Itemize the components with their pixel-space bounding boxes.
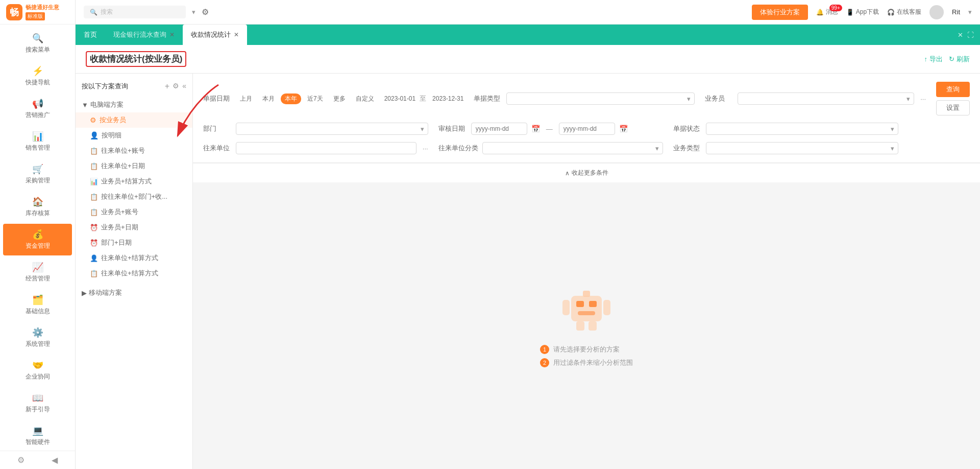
- sidebar-item-sales[interactable]: 📊 销售管理: [3, 126, 72, 157]
- panel-header: 按以下方案查询 + ⚙ «: [76, 78, 192, 95]
- panel-item-partner-account[interactable]: 📋 往来单位+账号: [76, 143, 192, 158]
- sidebar-item-system[interactable]: ⚙️ 系统管理: [3, 322, 72, 354]
- sidebar-settings-icon[interactable]: ⚙: [17, 455, 24, 465]
- panel-item-salesman-date[interactable]: ⏰ 业务员+日期: [76, 220, 192, 235]
- dept-filter: 部门 ▾: [203, 123, 428, 135]
- sidebar-item-purchase[interactable]: 🛒 采购管理: [3, 158, 72, 190]
- panel-item-by-salesman[interactable]: ⚙ 按业务员: [76, 112, 192, 128]
- sidebar-item-inventory[interactable]: 🏠 库存核算: [3, 191, 72, 223]
- svg-rect-7: [576, 321, 584, 331]
- partner-select[interactable]: [236, 142, 416, 154]
- panel-item-partner-date[interactable]: 📋 往来单位+日期: [76, 158, 192, 174]
- salesman-label: 业务员: [705, 94, 733, 103]
- step-2-num: 2: [540, 358, 549, 367]
- export-button[interactable]: ↑ 导出: [924, 55, 943, 64]
- sidebar-item-guide[interactable]: 📖 新手引导: [3, 387, 72, 419]
- sidebar-item-master[interactable]: 🗂️ 基础信息: [3, 289, 72, 321]
- step-1-text: 请先选择要分析的方案: [553, 345, 620, 354]
- review-date-calendar1-icon[interactable]: 📅: [531, 125, 540, 133]
- panel-item-by-detail[interactable]: 👤 按明细: [76, 128, 192, 143]
- detail-item-icon: 👤: [90, 131, 99, 139]
- salesman-date-icon: ⏰: [90, 224, 98, 231]
- desktop-section: ▼ 电脑端方案 ⚙ 按业务员 👤 按明细 📋: [76, 95, 192, 283]
- sidebar-item-operations[interactable]: 📈 经营管理: [3, 256, 72, 288]
- date-tab-this-year[interactable]: 本年: [281, 93, 301, 104]
- tab-maximize-icon[interactable]: ⛶: [967, 31, 974, 39]
- panel-collapse-icon[interactable]: «: [182, 82, 186, 91]
- review-date-from[interactable]: [471, 123, 527, 135]
- inventory-icon: 🏠: [32, 196, 43, 207]
- date-tab-custom[interactable]: 自定义: [352, 93, 378, 104]
- doc-type-select[interactable]: [506, 92, 695, 105]
- desktop-section-title[interactable]: ▼ 电脑端方案: [76, 97, 192, 112]
- app-download-button[interactable]: 📱 App下载: [846, 8, 879, 16]
- page-main: 收款情况统计(按业务员) ↑ 导出 ↻ 刷新: [76, 45, 980, 469]
- guide-icon: 📖: [32, 392, 43, 404]
- empty-robot-illustration: [558, 280, 615, 337]
- sidebar-item-finance[interactable]: 💰 资金管理: [3, 224, 72, 255]
- bank-tab-close[interactable]: ✕: [169, 31, 175, 38]
- tab-home[interactable]: 首页: [76, 25, 105, 45]
- partner-dept-label: 按往来单位+部门+收...: [101, 192, 167, 201]
- biz-type-select[interactable]: [706, 142, 898, 154]
- svg-rect-6: [603, 300, 610, 315]
- topbar-gear-icon[interactable]: ⚙: [202, 7, 209, 17]
- receipt-tab-close[interactable]: ✕: [234, 31, 239, 38]
- salesman-select[interactable]: [738, 92, 914, 105]
- online-service-button[interactable]: 🎧 在线客服: [887, 8, 921, 16]
- refresh-button[interactable]: ↻ 刷新: [949, 55, 970, 64]
- svg-rect-1: [576, 301, 584, 307]
- page-header-actions: ↑ 导出 ↻ 刷新: [924, 55, 970, 64]
- sidebar-item-hardware[interactable]: 💻 智能硬件: [3, 420, 72, 451]
- messages-button[interactable]: 🔔 消息 99+: [816, 8, 838, 16]
- panel-item-partner-settle2[interactable]: 📋 往来单位+结算方式: [76, 266, 192, 281]
- date-tab-more[interactable]: 更多: [329, 93, 350, 104]
- doc-status-select[interactable]: [706, 123, 898, 135]
- sidebar-item-enterprise[interactable]: 🤝 企业协同: [3, 355, 72, 386]
- user-avatar[interactable]: [929, 5, 944, 19]
- panel-item-dept-date[interactable]: ⏰ 部门+日期: [76, 235, 192, 250]
- query-button[interactable]: 查询: [936, 82, 970, 97]
- user-dropdown-icon[interactable]: ▾: [968, 8, 972, 16]
- panel-item-partner-dept[interactable]: 📋 按往来单位+部门+收...: [76, 189, 192, 204]
- desktop-section-label: 电脑端方案: [90, 100, 124, 109]
- tab-close-all-icon[interactable]: ✕: [958, 31, 963, 39]
- date-separator: 至: [420, 94, 426, 103]
- filter-settings-button[interactable]: 设置: [936, 100, 970, 115]
- partner-cat-select[interactable]: [482, 142, 664, 154]
- main-content: 🔍 搜索 ▾ ⚙ 体验行业方案 🔔 消息 99+ 📱 App下载 🎧: [76, 0, 980, 469]
- date-tab-7days[interactable]: 近7天: [303, 93, 327, 104]
- sidebar-collapse-icon[interactable]: ◀: [52, 455, 58, 465]
- sidebar-item-marketing[interactable]: 📢 营销推广: [3, 93, 72, 125]
- tab-receipt[interactable]: 收款情况统计 ✕: [183, 25, 247, 45]
- sidebar-item-search[interactable]: 🔍 搜索菜单: [3, 28, 72, 59]
- svg-rect-0: [571, 296, 602, 321]
- panel-settings-icon[interactable]: ⚙: [173, 82, 179, 91]
- partner-cat-select-wrapper: ▾: [482, 142, 664, 154]
- panel-item-partner-settle1[interactable]: 👤 往来单位+结算方式: [76, 250, 192, 266]
- mobile-section-title[interactable]: ▶ 移动端方案: [76, 285, 192, 300]
- tab-bank[interactable]: 现金银行流水查询 ✕: [105, 25, 183, 45]
- dropdown-arrow-icon[interactable]: ▾: [192, 8, 195, 16]
- breadcrumb-search[interactable]: 🔍 搜索: [84, 6, 186, 18]
- date-filter-item: 单据日期 上月 本月 本年 近7天 更多 自定义: [203, 93, 463, 104]
- review-date-calendar2-icon[interactable]: 📅: [619, 125, 628, 133]
- sidebar-item-quicknav[interactable]: ⚡ 快捷导航: [3, 60, 72, 92]
- salesman-date-label: 业务员+日期: [101, 223, 138, 232]
- panel-add-icon[interactable]: +: [165, 82, 169, 91]
- panel-item-salesman-settle[interactable]: 📊 业务员+结算方式: [76, 174, 192, 189]
- collapse-bar[interactable]: ∧ 收起更多条件: [193, 163, 980, 182]
- receipt-tab-label: 收款情况统计: [191, 30, 231, 39]
- partner-dots[interactable]: ···: [423, 145, 428, 152]
- trial-button[interactable]: 体验行业方案: [752, 5, 808, 20]
- panel-item-salesman-account[interactable]: 📋 业务员+账号: [76, 204, 192, 220]
- review-date-to[interactable]: [559, 123, 615, 135]
- biz-type-select-wrapper: ▾: [706, 142, 898, 154]
- dept-select[interactable]: [236, 123, 428, 135]
- salesman-dots[interactable]: ···: [920, 95, 926, 103]
- date-tabs: 上月 本月 本年 近7天 更多 自定义: [236, 93, 378, 104]
- app-logo: 畅 畅捷通好生意 标准版: [0, 0, 75, 25]
- tab-bar: 首页 现金银行流水查询 ✕ 收款情况统计 ✕ ✕ ⛶: [76, 25, 980, 45]
- date-tab-last-month[interactable]: 上月: [236, 93, 256, 104]
- date-tab-this-month[interactable]: 本月: [258, 93, 279, 104]
